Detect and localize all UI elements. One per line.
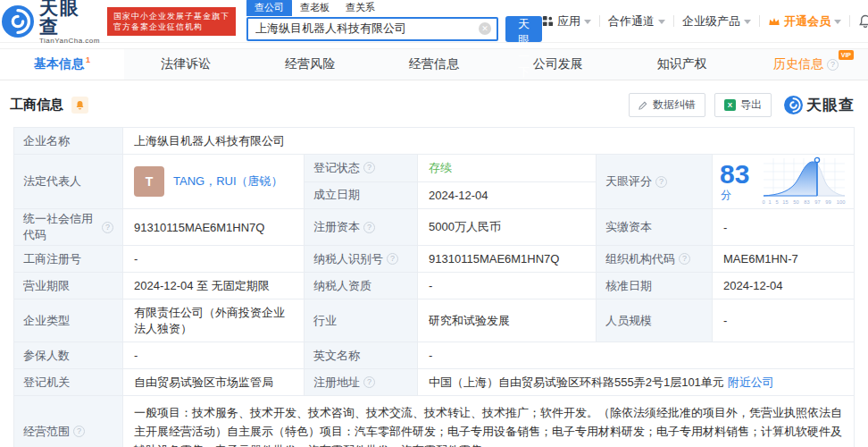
info-icon[interactable]: [73, 426, 85, 437]
field-label: 纳税人资质: [305, 273, 418, 299]
reg-capital-value: 5000万人民币: [418, 209, 597, 245]
field-label: 登记机关: [14, 369, 123, 395]
info-icon[interactable]: [363, 376, 375, 388]
field-label: 营业期限: [14, 273, 123, 299]
field-label: 纳税人识别号: [305, 246, 418, 272]
divider: [599, 15, 600, 27]
divider: [673, 15, 674, 27]
tianyancha-swirl-icon: [2, 5, 34, 38]
nav-open-vip[interactable]: 开通会员: [768, 13, 841, 30]
status-date-column: 登记状态 存续 成立日期 2024-12-04: [305, 155, 597, 208]
chevron-down-icon: [584, 20, 591, 24]
company-type-value: 有限责任公司（外商投资企业法人独资）: [123, 299, 305, 342]
tab-operation-info[interactable]: 经营信息: [372, 49, 497, 80]
field-label: 企业类型: [14, 299, 123, 342]
field-label: 法定代表人: [14, 155, 123, 208]
tianyancha-swirl-icon: [784, 96, 803, 114]
field-label: 注册地址: [305, 369, 418, 395]
info-icon[interactable]: [387, 253, 398, 265]
table-row-reg-status: 登记状态 存续: [305, 155, 596, 182]
field-label: 工商注册号: [14, 246, 123, 272]
tab-company-development[interactable]: 公司发展: [496, 49, 620, 80]
field-label: 企业名称: [14, 128, 123, 154]
score-unit: 分: [721, 189, 731, 201]
data-correction-button[interactable]: 数据纠错: [629, 93, 705, 117]
business-info-table: 企业名称 上海纵目机器人科技有限公司 法定代表人 T TANG，RUI（唐锐） …: [13, 127, 855, 447]
tianyancha-logo[interactable]: 天眼查 TianYanCha.com: [0, 0, 100, 45]
reg-authority-value: 自由贸易试验区市场监管局: [123, 369, 305, 395]
legal-rep-link[interactable]: TANG，RUI（唐锐）: [173, 173, 283, 190]
chevron-down-icon: [834, 20, 841, 24]
info-icon[interactable]: [363, 222, 375, 233]
field-label: 组织机构代码: [597, 246, 713, 272]
field-label: 注册资本: [305, 209, 418, 245]
paid-capital-value: -: [713, 209, 854, 245]
field-label: 行业: [305, 299, 418, 342]
table-row-legal-rep: 法定代表人 T TANG，RUI（唐锐） 登记状态 存续 成立日期 2024-1…: [14, 155, 854, 209]
search-input[interactable]: [246, 17, 498, 41]
nav-apps[interactable]: 应用: [542, 13, 591, 30]
notification-bell-icon[interactable]: [858, 14, 868, 29]
field-label: 成立日期: [305, 182, 418, 209]
search-tabs: 查公司 查老板 查关系: [246, 1, 542, 16]
clear-icon[interactable]: ✕: [479, 22, 491, 35]
field-label: 人员规模: [597, 299, 713, 342]
table-row-reg-authority: 登记机关 自由贸易试验区市场监管局 注册地址 中国（上海）自由贸易试验区环科路5…: [14, 369, 854, 396]
industry-value: 研究和试验发展: [418, 299, 597, 342]
approval-date-value: 2024-12-04: [713, 273, 854, 299]
field-label: 核准日期: [597, 273, 713, 299]
info-icon[interactable]: [679, 253, 690, 265]
business-info-section-head: 工商信息 数据纠错 导出 天眼查: [0, 80, 868, 125]
search-button[interactable]: 天眼一下: [505, 16, 542, 42]
nav-partner-channel[interactable]: 合作通道: [608, 13, 665, 30]
info-icon[interactable]: [827, 59, 839, 71]
table-row-company-name: 企业名称 上海纵目机器人科技有限公司: [14, 128, 854, 155]
nearby-companies-link[interactable]: 附近公司: [728, 375, 774, 391]
top-header: 天眼查 TianYanCha.com 国家中小企业发展子基金旗下 官方备案企业征…: [0, 0, 868, 43]
search-tab-company[interactable]: 查公司: [246, 0, 292, 16]
tab-legal-litigation[interactable]: 法律诉讼: [124, 49, 248, 80]
score-cell[interactable]: 83分: [713, 155, 854, 208]
field-label: 参保人数: [14, 342, 123, 368]
tab-operation-risk[interactable]: 经营风险: [248, 49, 372, 80]
tianyancha-watermark: 天眼查: [784, 95, 855, 115]
brand-name: 天眼查: [39, 0, 100, 36]
table-row-business-scope: 经营范围 一般项目：技术服务、技术开发、技术咨询、技术交流、技术转让、技术推广；…: [14, 396, 854, 447]
tab-count-badge: 1: [86, 55, 90, 64]
field-label: 经营范围: [14, 396, 123, 447]
apps-grid-icon: [542, 15, 554, 27]
excel-icon: [724, 99, 736, 111]
table-row-reg-number: 工商注册号 - 纳税人识别号 91310115MAE6M1HN7Q 组织机构代码…: [14, 246, 854, 273]
section-title: 工商信息: [10, 97, 63, 114]
nav-enterprise-products[interactable]: 企业级产品: [682, 13, 751, 30]
english-name-value: -: [418, 342, 854, 368]
business-scope-value: 一般项目：技术服务、技术开发、技术咨询、技术交流、技术转让、技术推广；软件开发。…: [123, 396, 854, 447]
edit-pencil-icon: [638, 100, 648, 110]
tab-basic-info[interactable]: 基本信息1: [0, 49, 124, 80]
legal-rep-cell: T TANG，RUI（唐锐）: [123, 155, 305, 208]
announcement-bell-icon[interactable]: [71, 97, 88, 114]
info-icon[interactable]: [102, 222, 113, 233]
info-icon[interactable]: [655, 176, 667, 188]
tab-history-info[interactable]: VIP 历史信息: [744, 49, 868, 80]
export-button[interactable]: 导出: [714, 93, 772, 117]
score-chart-axis-ticks: 0151550839799100: [762, 198, 847, 207]
info-icon[interactable]: [363, 162, 375, 173]
reg-number-value: -: [123, 246, 305, 272]
chevron-down-icon: [744, 20, 751, 24]
brand-domain: TianYanCha.com: [39, 38, 100, 45]
credit-code-value: 91310115MAE6M1HN7Q: [123, 209, 305, 245]
search-tab-relation[interactable]: 查关系: [338, 0, 383, 16]
reg-address-value: 中国（上海）自由贸易试验区环科路555弄2号1层101单元 附近公司: [418, 369, 854, 395]
insured-count-value: -: [123, 342, 305, 368]
search-tab-boss[interactable]: 查老板: [292, 0, 338, 16]
field-label: 登记状态: [305, 155, 418, 181]
table-row-insured-count: 参保人数 - 英文名称 -: [14, 342, 854, 369]
field-label: 天眼评分: [597, 155, 713, 208]
company-section-tabbar: 基本信息1 法律诉讼 经营风险 经营信息 公司发展 知识产权 VIP 历史信息: [0, 48, 868, 80]
score-value: 83: [720, 159, 749, 189]
tab-intellectual-property[interactable]: 知识产权: [620, 49, 744, 80]
reg-status-value: 存续: [418, 155, 596, 181]
company-name-value: 上海纵目机器人科技有限公司: [123, 128, 854, 154]
avatar[interactable]: T: [134, 166, 164, 197]
